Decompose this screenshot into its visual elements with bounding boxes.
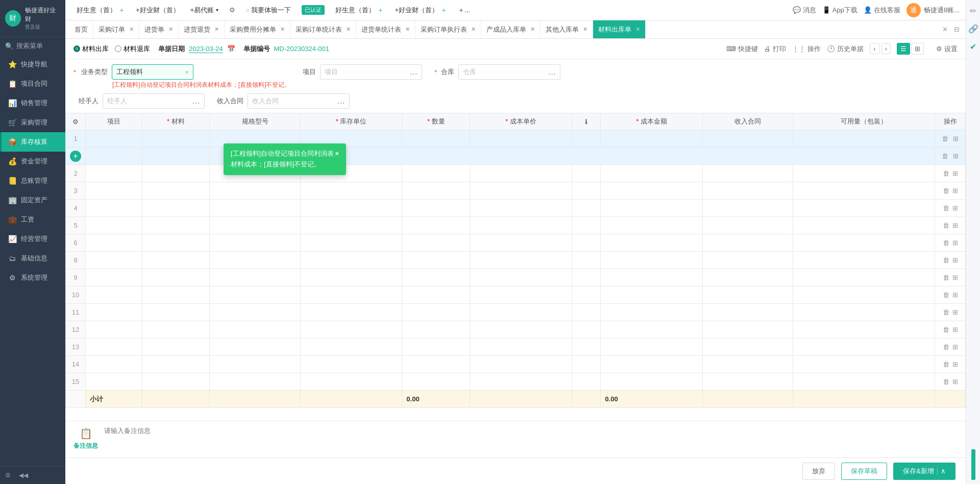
topbar-try[interactable]: ○ 我要体验一下	[240, 0, 297, 20]
row-delete[interactable]: 🗑	[941, 221, 951, 230]
close-purchase-order[interactable]: ✕	[129, 26, 134, 33]
sidebar-item-assets[interactable]: 🏢 固定资产	[0, 190, 65, 210]
restore-tabs[interactable]: ⊟	[952, 23, 962, 35]
shortcut-btn[interactable]: ⌨ 快捷键	[726, 44, 758, 54]
user-menu[interactable]: 通 畅捷通8账...	[906, 3, 960, 17]
row-copy[interactable]: ⊞	[951, 221, 960, 230]
discard-btn[interactable]: 放弃	[802, 463, 835, 480]
collapse-btn[interactable]: ◀◀	[19, 472, 28, 479]
settings-form-btn[interactable]: ⚙ 设置	[936, 44, 958, 54]
biz-type-input[interactable]: 工程领料 ▾	[112, 64, 193, 80]
tab-goods-stat[interactable]: 进货单统计表 ✕	[356, 20, 415, 39]
th-settings[interactable]: ⚙	[66, 113, 86, 130]
close-purchase-exec[interactable]: ✕	[471, 26, 476, 33]
save-dropdown-icon[interactable]: ∧	[937, 467, 946, 475]
row-copy[interactable]: ⊞	[951, 290, 960, 300]
prev-doc[interactable]: ‹	[870, 43, 879, 54]
close-purchase-stat[interactable]: ✕	[346, 26, 351, 33]
project-input[interactable]: 项目 …	[320, 64, 422, 80]
row1-cost-price[interactable]	[470, 130, 572, 148]
calendar-icon[interactable]: 📅	[227, 45, 235, 53]
sidebar-item-operations[interactable]: 📈 经营管理	[0, 229, 65, 249]
row1-project[interactable]	[86, 130, 142, 148]
handler-dots[interactable]: …	[192, 96, 200, 106]
row-delete[interactable]: 🗑	[941, 168, 951, 178]
settings-icon[interactable]: ⚙	[224, 6, 240, 14]
sidebar-item-quick-nav[interactable]: ⭐ 快捷导航	[0, 55, 65, 74]
sidebar-item-system[interactable]: ⚙ 系统管理	[0, 268, 65, 287]
row-copy[interactable]: ⊞	[951, 203, 960, 213]
operate-btn[interactable]: ⋮⋮ 操作	[792, 44, 821, 54]
tab-other-in[interactable]: 其他入库单 ✕	[541, 20, 593, 39]
row-copy[interactable]: ⊞	[951, 255, 960, 265]
project-dots[interactable]: …	[409, 67, 418, 77]
row1-material[interactable]	[142, 130, 210, 148]
handler-input[interactable]: 经手人 …	[103, 93, 205, 109]
tab-goods-return[interactable]: 进货退货 ✕	[179, 20, 225, 39]
warehouse-input[interactable]: 仓库 …	[458, 64, 560, 80]
row1-income-contract[interactable]	[703, 130, 793, 148]
sidebar-item-salary[interactable]: 💼 工资	[0, 210, 65, 229]
addrow-delete[interactable]: 🗑	[940, 151, 950, 161]
topbar-nav-goodfinance[interactable]: +好业财（首）	[131, 0, 185, 20]
row-delete[interactable]: 🗑	[941, 255, 951, 265]
row-copy[interactable]: ⊞	[951, 186, 960, 196]
sidebar-item-base-info[interactable]: 🗂 基础信息	[0, 249, 65, 268]
next-doc[interactable]: ›	[881, 43, 891, 54]
radio-out[interactable]: 材料出库	[74, 44, 109, 54]
print-btn[interactable]: 🖨 打印	[764, 44, 786, 54]
row1-copy[interactable]: ⊞	[951, 134, 960, 143]
right-tool-link[interactable]: 🔗	[966, 22, 981, 36]
sidebar-item-ledger[interactable]: 📒 总账管理	[0, 171, 65, 190]
list-view-btn[interactable]: ☰	[897, 43, 910, 55]
tab-finished-goods[interactable]: 产成品入库单 ✕	[481, 20, 541, 39]
save-new-btn[interactable]: 保存&新增 ∧	[893, 463, 955, 480]
sidebar-item-inventory[interactable]: 📦 库存核算	[0, 132, 65, 152]
row-delete[interactable]: 🗑	[941, 203, 951, 213]
row-copy[interactable]: ⊞	[951, 325, 960, 334]
row-delete[interactable]: 🗑	[941, 290, 951, 300]
close-material-out[interactable]: ✕	[635, 26, 640, 33]
row-copy[interactable]: ⊞	[951, 377, 960, 386]
close-goods-stat[interactable]: ✕	[405, 26, 410, 33]
row-delete[interactable]: 🗑	[941, 238, 951, 248]
sidebar-item-project[interactable]: 📋 项目合同	[0, 74, 65, 93]
topbar-more[interactable]: ＋...	[453, 0, 476, 20]
add-row-btn[interactable]: +	[70, 151, 81, 162]
row-copy[interactable]: ⊞	[951, 273, 960, 282]
close-purchase-fee[interactable]: ✕	[280, 26, 285, 33]
tooltip-close[interactable]: ×	[335, 149, 339, 159]
topbar-goodbiz2[interactable]: 好生意（首） ＋	[330, 0, 389, 20]
close-all-tabs[interactable]: ✕	[940, 23, 950, 35]
row-delete[interactable]: 🗑	[941, 325, 951, 334]
row1-qty[interactable]	[402, 130, 470, 148]
row-copy[interactable]: ⊞	[951, 342, 960, 352]
row-delete[interactable]: 🗑	[941, 377, 951, 386]
tab-home[interactable]: 首页	[69, 20, 93, 39]
row-copy[interactable]: ⊞	[951, 359, 960, 369]
right-tool-check[interactable]: ✔	[968, 40, 978, 54]
warehouse-dots[interactable]: …	[548, 67, 556, 77]
row-delete[interactable]: 🗑	[941, 307, 951, 317]
row-copy[interactable]: ⊞	[951, 307, 960, 317]
search-menu[interactable]: 🔍 搜索菜单	[0, 37, 65, 55]
tab-purchase-exec[interactable]: 采购订单执行表 ✕	[415, 20, 481, 39]
message-btn[interactable]: 💬 消息	[793, 6, 816, 15]
close-finished-goods[interactable]: ✕	[530, 26, 535, 33]
settings-btn[interactable]: ⚙	[5, 472, 11, 479]
tab-material-out[interactable]: 材料出库单 ✕	[593, 20, 646, 39]
tab-purchase-order[interactable]: 采购订单 ✕	[93, 20, 139, 39]
close-goods-in[interactable]: ✕	[168, 26, 173, 33]
topbar-nav-agent[interactable]: +易代账 ▾	[185, 0, 225, 20]
income-dots[interactable]: …	[337, 96, 345, 106]
row-delete[interactable]: 🗑	[941, 359, 951, 369]
row-delete[interactable]: 🗑	[941, 186, 951, 196]
row-copy[interactable]: ⊞	[951, 238, 960, 248]
radio-return[interactable]: 材料退库	[115, 44, 150, 54]
close-other-in[interactable]: ✕	[583, 26, 587, 33]
right-tool-edit[interactable]: ✏	[968, 4, 978, 18]
row-delete[interactable]: 🗑	[941, 342, 951, 352]
income-contract-input[interactable]: 收入合同 …	[248, 93, 350, 109]
notes-input[interactable]	[104, 426, 958, 447]
save-draft-btn[interactable]: 保存草稿	[841, 463, 887, 480]
